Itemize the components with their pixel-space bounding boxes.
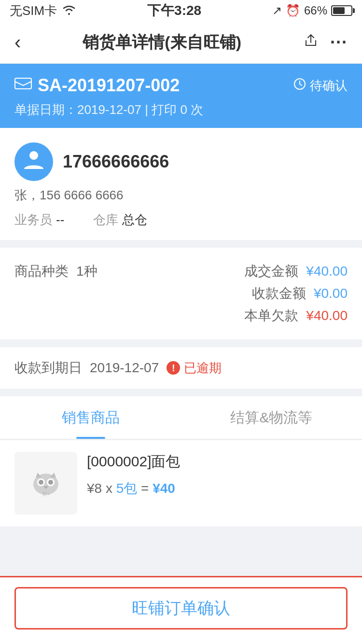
share-icon[interactable] — [303, 33, 319, 52]
transaction-label: 成交金额 — [244, 262, 298, 280]
product-price: ¥8 x 5包 = ¥40 — [87, 479, 348, 498]
order-id: SA-20191207-002 — [14, 75, 180, 96]
stats-section: 商品种类 1种 成交金额 ¥40.00 收款金额 ¥0.00 本单欠款 ¥40.… — [0, 248, 362, 339]
back-button[interactable]: ‹ — [14, 31, 21, 53]
page-title: 销货单详情(来自旺铺) — [83, 31, 241, 54]
product-section: 野+ [0000002]面包 ¥8 x 5包 = ¥40 — [0, 440, 362, 526]
received-amount-row: 收款金额 ¥0.00 — [252, 284, 348, 303]
svg-rect-0 — [15, 78, 31, 89]
status-bar: 无SIM卡 下午3:28 ↗ ⏰ 66% — [0, 0, 362, 21]
product-type-label: 商品种类 — [14, 262, 69, 280]
order-header: SA-20191207-002 待确认 单据日期：2019-12-07 | 打印… — [0, 64, 362, 128]
due-section: 收款到期日 2019-12-07 ! 已逾期 — [0, 347, 362, 389]
avatar — [14, 142, 53, 181]
product-image: 野+ — [14, 452, 77, 515]
sales-value: -- — [56, 212, 64, 227]
product-info: [0000002]面包 ¥8 x 5包 = ¥40 — [87, 452, 348, 498]
debt-label: 本单欠款 — [244, 307, 298, 325]
warehouse-label: 仓库 — [93, 211, 118, 228]
nav-actions: ··· — [303, 32, 348, 53]
multiply-sign: x — [106, 481, 116, 496]
status-left: 无SIM卡 — [10, 2, 76, 19]
confirm-order-button[interactable]: 旺铺订单确认 — [14, 587, 348, 630]
product-logo-icon: 野+ — [29, 469, 63, 498]
svg-text:野+: 野+ — [42, 491, 50, 497]
total-value: ¥40 — [153, 481, 175, 496]
transaction-amount-row: 成交金额 ¥40.00 — [244, 262, 348, 280]
sales-field: 业务员 -- — [14, 211, 64, 228]
received-label: 收款金额 — [252, 284, 306, 303]
product-type-value: 1种 — [76, 262, 97, 280]
debt-amount-row: 本单欠款 ¥40.00 — [244, 307, 348, 325]
product-name: [0000002]面包 — [87, 452, 348, 472]
overdue-badge: ! 已逾期 — [167, 360, 222, 377]
tab-sales-products[interactable]: 销售商品 — [0, 396, 181, 439]
overdue-text: 已逾期 — [184, 360, 222, 377]
order-icon — [14, 75, 32, 96]
carrier-text: 无SIM卡 — [10, 2, 57, 19]
order-status-badge: 待确认 — [293, 77, 348, 94]
due-date-value: 2019-12-07 — [90, 360, 159, 376]
debt-value: ¥40.00 — [306, 308, 348, 323]
received-value: ¥0.00 — [314, 286, 348, 301]
time-display: 下午3:28 — [147, 1, 201, 20]
tab-settlement[interactable]: 结算&物流等 — [181, 396, 362, 439]
price-value: ¥8 — [87, 481, 102, 496]
battery-text: 66% — [304, 4, 327, 17]
clock-icon — [293, 78, 306, 94]
status-text: 待确认 — [310, 77, 348, 94]
person-icon — [22, 148, 45, 176]
nav-bar: ‹ 销货单详情(来自旺铺) ··· — [0, 21, 362, 64]
customer-name: 张，156 6666 6666 — [14, 187, 348, 204]
status-right: ↗ ⏰ 66% — [272, 4, 352, 17]
customer-phone: 17666666666 — [63, 152, 169, 172]
quantity-value: 5包 — [116, 481, 138, 496]
svg-point-6 — [39, 480, 43, 485]
bottom-bar: 旺铺订单确认 — [0, 576, 362, 644]
wifi-icon — [62, 3, 76, 18]
battery-icon — [331, 5, 352, 16]
alarm-icon: ⏰ — [286, 4, 300, 17]
equals-sign: = — [141, 481, 153, 496]
customer-section: 17666666666 张，156 6666 6666 业务员 -- 仓库 总仓 — [0, 128, 362, 240]
location-icon: ↗ — [272, 4, 282, 17]
warehouse-value: 总仓 — [122, 211, 147, 228]
overdue-warning-icon: ! — [167, 361, 180, 375]
warehouse-field: 仓库 总仓 — [93, 211, 147, 228]
product-type: 商品种类 1种 — [14, 262, 97, 280]
due-date-label: 收款到期日 — [14, 359, 82, 377]
transaction-value: ¥40.00 — [306, 264, 348, 279]
tabs-section: 销售商品 结算&物流等 — [0, 396, 362, 439]
svg-point-2 — [29, 151, 38, 160]
stats-amounts: 成交金额 ¥40.00 收款金额 ¥0.00 本单欠款 ¥40.00 — [244, 262, 348, 325]
sales-label: 业务员 — [14, 211, 52, 228]
order-date: 单据日期：2019-12-07 | 打印 0 次 — [14, 101, 348, 118]
product-item: 野+ [0000002]面包 ¥8 x 5包 = ¥40 — [14, 452, 348, 515]
more-icon[interactable]: ··· — [330, 32, 348, 53]
svg-point-7 — [48, 480, 53, 485]
